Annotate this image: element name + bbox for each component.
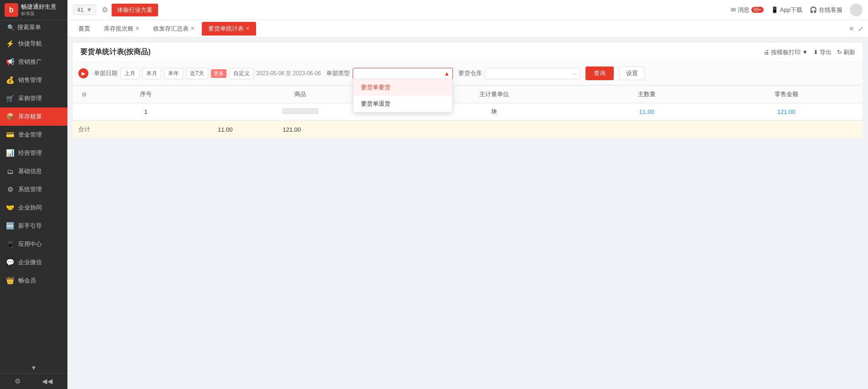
sidebar-item-basic[interactable]: 🗂 基础信息 <box>0 162 67 180</box>
close-order-stats-tab[interactable]: ✕ <box>246 26 250 31</box>
type-dropdown[interactable]: ▲ 要货单要货 要货单退货 <box>353 68 453 79</box>
date-this-month-btn[interactable]: 本月 <box>142 68 161 79</box>
query-button[interactable]: 查询 <box>586 67 614 80</box>
message-icon: ✉ <box>731 6 736 13</box>
warehouse-more-icon[interactable]: ··· <box>569 68 580 79</box>
date-7days-btn[interactable]: 近7天 <box>186 68 208 79</box>
sidebar-search[interactable]: 🔍 搜索菜单 <box>0 20 67 35</box>
guide-icon: 🆕 <box>5 221 15 230</box>
sidebar-item-system[interactable]: ⚙ 系统管理 <box>0 180 67 199</box>
type-option-order-return[interactable]: 要货单退货 <box>354 96 452 112</box>
warehouse-label: 要货仓库 <box>458 69 482 77</box>
sidebar-scroll-down[interactable]: ▼ <box>0 362 67 373</box>
table-settings-icon[interactable]: ⚙ <box>82 91 87 98</box>
type-input[interactable] <box>353 68 441 79</box>
export-btn[interactable]: ⬇ 导出 <box>813 48 832 56</box>
date-this-year-btn[interactable]: 本年 <box>164 68 183 79</box>
online-service-btn[interactable]: 🎧 在线客服 <box>810 6 842 14</box>
print-arrow-icon: ▼ <box>802 49 808 56</box>
sidebar-item-marketing[interactable]: 📢 营销推广 <box>0 53 67 71</box>
settings-button[interactable]: 设置 <box>619 67 645 80</box>
row-amount-value[interactable]: 121.00 <box>777 108 796 115</box>
header-settings-icon[interactable]: ⚙ <box>102 5 108 14</box>
sidebar-item-appstore[interactable]: 📱 应用中心 <box>0 235 67 253</box>
footer-label: 合计 <box>78 125 90 133</box>
sidebar-item-guide[interactable]: 🆕 新手引导 <box>0 217 67 235</box>
type-option-order-goods[interactable]: 要货单要货 <box>354 79 452 96</box>
trial-button[interactable]: 体验行业方案 <box>112 4 158 16</box>
logo-sub: 标准版 <box>21 10 56 17</box>
close-all-tabs-btn[interactable]: ✕ <box>849 25 854 32</box>
finance-icon: 💳 <box>5 130 15 139</box>
warehouse-filter-group: 要货仓库 ··· <box>458 68 580 79</box>
logo-icon: b <box>5 3 18 17</box>
row-qty-value[interactable]: 11.00 <box>639 108 654 115</box>
warehouse-input[interactable] <box>485 68 569 79</box>
sidebar-item-ops[interactable]: 📊 经营管理 <box>0 144 67 162</box>
date-custom-btn[interactable]: 自定义 <box>229 68 254 79</box>
company-selector[interactable]: 41 ▼ <box>73 5 96 15</box>
tab-receive-summary[interactable]: 收发存汇总表 ✕ <box>147 22 201 36</box>
filter-expand-btn[interactable]: ▶ <box>78 68 88 78</box>
footer-qty: 11.00 <box>218 126 233 133</box>
date-last-month-btn[interactable]: 上月 <box>120 68 139 79</box>
sidebar-item-sales[interactable]: 💰 销售管理 <box>0 71 67 89</box>
sales-icon: 💰 <box>5 76 15 85</box>
row-amount-cell: 121.00 <box>710 103 863 120</box>
col-num-header: 序号 <box>96 86 196 103</box>
type-dropdown-menu: 要货单要货 要货单退货 <box>353 79 452 113</box>
sidebar-item-wechat[interactable]: 💬 企业微信 <box>0 253 67 271</box>
sidebar-item-finance[interactable]: 💳 资金管理 <box>0 126 67 144</box>
refresh-icon: ↻ <box>837 49 842 56</box>
row-settings-cell <box>73 103 96 120</box>
sidebar-item-member[interactable]: 👑 畅会员 <box>0 271 67 290</box>
type-dropdown-arrow-icon[interactable]: ▲ <box>441 68 452 79</box>
logo-name: 畅捷通好生意 <box>21 3 56 10</box>
row-num-cell: 1 <box>96 103 196 120</box>
sidebar-item-quick-nav[interactable]: ⚡ 快捷导航 <box>0 35 67 53</box>
tab-inventory-batch[interactable]: 库存批次账 ✕ <box>98 22 146 36</box>
purchase-icon: 🛒 <box>5 94 15 103</box>
service-icon: 🎧 <box>810 6 817 13</box>
print-btn[interactable]: 🖨 按模板打印 ▼ <box>764 48 808 56</box>
date-more-tag[interactable]: 更多 <box>211 69 226 78</box>
appstore-icon: 📱 <box>5 240 15 249</box>
date-display: 2023-05-06 至 2023-06-06 <box>257 70 321 77</box>
quick-nav-icon: ⚡ <box>5 39 15 48</box>
company-name: 41 <box>77 6 83 13</box>
expand-tabs-btn[interactable]: ⤢ <box>858 25 863 32</box>
col-amount-header: 零售金额 <box>710 86 863 103</box>
col-settings-header[interactable]: ⚙ <box>73 86 96 103</box>
tab-home[interactable]: 首页 <box>72 22 97 36</box>
col-qty-header: 主数量 <box>584 86 710 103</box>
warehouse-dropdown[interactable]: ··· <box>485 68 580 79</box>
close-inventory-batch-tab[interactable]: ✕ <box>135 26 139 31</box>
sidebar-item-collab[interactable]: 🤝 企业协同 <box>0 199 67 217</box>
sidebar-item-purchase[interactable]: 🛒 采购管理 <box>0 89 67 107</box>
table-row: 1 块 11.00 121.00 <box>73 103 863 120</box>
refresh-btn[interactable]: ↻ 刷新 <box>837 48 855 56</box>
footer-amount: 121.00 <box>283 126 301 133</box>
sidebar-nav: ⚡ 快捷导航 📢 营销推广 💰 销售管理 🛒 采购管理 📦 库存核算 💳 资金管… <box>0 35 67 362</box>
user-avatar[interactable] <box>850 4 863 16</box>
top-header: 41 ▼ ⚙ 体验行业方案 ✉ 消息 99+ 📱 App下载 🎧 在线客服 <box>67 0 868 20</box>
close-receive-summary-tab[interactable]: ✕ <box>190 26 195 31</box>
card-actions: 🖨 按模板打印 ▼ ⬇ 导出 ↻ 刷新 <box>764 48 855 56</box>
tabs-bar: 首页 库存批次账 ✕ 收发存汇总表 ✕ 要货单统计表 ✕ ✕ ⤢ <box>67 20 868 37</box>
basic-icon: 🗂 <box>5 167 15 176</box>
app-download-btn[interactable]: 📱 App下载 <box>771 6 802 14</box>
wechat-icon: 💬 <box>5 258 15 267</box>
company-arrow-icon: ▼ <box>86 6 92 13</box>
page-body: 要货单统计表(按商品) 🖨 按模板打印 ▼ ⬇ 导出 ↻ 刷新 <box>67 37 868 389</box>
inventory-icon: 📦 <box>5 112 15 121</box>
ops-icon: 📊 <box>5 148 15 158</box>
data-table: ⚙ 序号 商品 主计量单位 主数量 零售金额 1 <box>73 85 863 120</box>
message-btn[interactable]: ✉ 消息 99+ <box>731 6 764 14</box>
tab-order-stats[interactable]: 要货单统计表 ✕ <box>202 22 256 36</box>
product-name-placeholder <box>282 108 318 114</box>
sidebar-collapse-btn[interactable]: ◀◀ <box>42 377 53 385</box>
sidebar-item-inventory[interactable]: 📦 库存核算 <box>0 107 67 126</box>
export-icon: ⬇ <box>813 49 818 56</box>
sidebar-settings-btn[interactable]: ⚙ <box>15 377 21 385</box>
message-badge: 99+ <box>751 7 764 13</box>
